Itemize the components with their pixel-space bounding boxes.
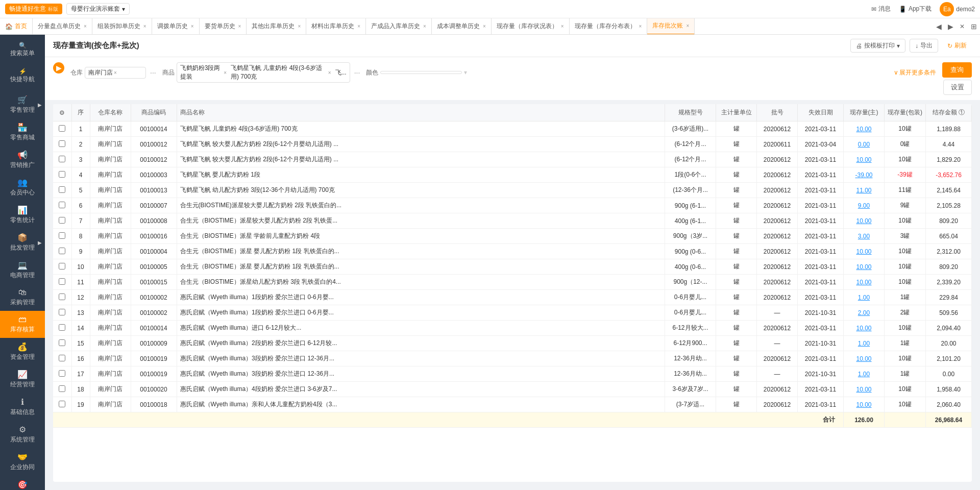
close-icon[interactable]: ×: [639, 23, 642, 29]
row-check[interactable]: [53, 137, 71, 152]
row-check[interactable]: [53, 183, 71, 198]
row-check[interactable]: [53, 336, 71, 351]
row-checkbox[interactable]: [59, 355, 65, 361]
sidebar-item-jingying[interactable]: 📈 经营管理: [0, 365, 45, 393]
close-icon[interactable]: ×: [686, 23, 689, 29]
row-check[interactable]: [53, 290, 71, 305]
row-checkbox[interactable]: [59, 339, 65, 346]
setting-btn[interactable]: 设置: [943, 80, 972, 95]
sidebar-item-lingshoglianli[interactable]: 🛒 零售管理 ▶: [0, 91, 45, 118]
row-checkbox[interactable]: [59, 309, 65, 315]
org-selector[interactable]: 母婴行业演示账套 ▾: [66, 3, 130, 15]
row-qty-main[interactable]: -39.00: [844, 167, 885, 183]
tab-home[interactable]: 🏠 首页: [0, 18, 33, 35]
row-checkbox[interactable]: [59, 232, 65, 239]
app-download-btn[interactable]: 📱 App下载: [899, 5, 932, 13]
settings-icon[interactable]: ⚙: [59, 109, 65, 116]
tab-fenliangpandian[interactable]: 分量盘点单历史 ×: [33, 18, 92, 35]
row-qty-main[interactable]: 3.00: [844, 229, 885, 244]
row-checkbox[interactable]: [59, 293, 65, 300]
tab-menu-btn[interactable]: ⊞: [968, 22, 980, 31]
sidebar-search[interactable]: 🔍 搜索菜单: [10, 39, 35, 61]
row-qty-main[interactable]: 11.00: [844, 183, 885, 198]
tab-zuzhuangchaixie[interactable]: 组装拆卸单历史 ×: [92, 18, 152, 35]
row-check[interactable]: [53, 321, 71, 336]
row-check[interactable]: [53, 259, 71, 275]
sidebar-item-yingxiao[interactable]: 📢 营销推广: [0, 146, 45, 174]
color-tag-group[interactable]: [380, 71, 462, 74]
sidebar-item-huiyuanzhongxin[interactable]: 👥 会员中心: [0, 174, 45, 201]
row-qty-main[interactable]: 10.00: [844, 259, 885, 275]
row-checkbox[interactable]: [59, 248, 65, 254]
expand-btn[interactable]: ▶: [53, 62, 64, 74]
row-checkbox[interactable]: [59, 171, 65, 178]
row-checkbox[interactable]: [59, 324, 65, 331]
sidebar-item-caigou[interactable]: 🛍 采购管理: [0, 284, 45, 311]
tab-yaohuo[interactable]: 要货单历史 ×: [200, 18, 247, 35]
sidebar-quicknav[interactable]: ⚡ 快捷导航: [10, 65, 35, 87]
row-checkbox[interactable]: [59, 401, 65, 407]
goods-more-btn[interactable]: ···: [352, 68, 362, 77]
tab-prev-btn[interactable]: ◀: [933, 22, 945, 31]
sidebar-item-kucunhesuan[interactable]: 🗃 库存核算: [0, 311, 45, 338]
row-check[interactable]: [53, 382, 71, 397]
close-icon[interactable]: ×: [423, 23, 426, 29]
row-check[interactable]: [53, 397, 71, 412]
row-qty-main[interactable]: 9.00: [844, 198, 885, 213]
sidebar-item-qiyexietong[interactable]: 🤝 企业协同: [0, 448, 45, 476]
warehouse-tag-close[interactable]: ×: [114, 70, 117, 76]
template-print-btn[interactable]: 🖨 按模板打印 ▾: [850, 39, 905, 53]
row-qty-main[interactable]: 10.00: [844, 213, 885, 229]
sidebar-item-lingshoshangcheng[interactable]: 🏪 零售商城: [0, 118, 45, 146]
close-icon[interactable]: ×: [298, 23, 301, 29]
warehouse-tag-group[interactable]: 南岸门店 ×: [85, 67, 146, 79]
row-check[interactable]: [53, 229, 71, 244]
row-check[interactable]: [53, 213, 71, 229]
tab-xiancunliang-fenbiao[interactable]: 现存量（库存分布表） ×: [570, 18, 648, 35]
row-qty-main[interactable]: 1.00: [844, 336, 885, 351]
row-checkbox[interactable]: [59, 370, 65, 377]
tab-close-all-btn[interactable]: ✕: [957, 23, 968, 30]
row-qty-main[interactable]: 10.00: [844, 351, 885, 366]
refresh-btn[interactable]: ↻ 刷新: [942, 39, 972, 52]
row-check[interactable]: [53, 351, 71, 366]
sidebar-item-lingshototongji[interactable]: 📊 零售统计: [0, 201, 45, 229]
sidebar-item-zijinguanli[interactable]: 💰 资金管理: [0, 338, 45, 365]
row-qty-main[interactable]: 10.00: [844, 121, 885, 137]
row-check[interactable]: [53, 198, 71, 213]
goods-tag-group[interactable]: 飞鹤奶粉3段两提装 × 飞鹤星飞帆 儿童奶粉 4段(3-6岁适用) 700克 ×…: [177, 62, 350, 83]
goods-tag-2-close[interactable]: ×: [328, 70, 331, 76]
row-checkbox[interactable]: [59, 202, 65, 208]
export-btn[interactable]: ↓ 导出: [910, 39, 938, 53]
row-check[interactable]: [53, 121, 71, 137]
tab-kucunpicizhan[interactable]: 库存批次账 ×: [647, 18, 695, 35]
tab-cailiaochu[interactable]: 材料出库单历史 ×: [306, 18, 366, 35]
row-qty-main[interactable]: 10.00: [844, 382, 885, 397]
expand-more-btn[interactable]: ∨ 展开更多条件: [894, 68, 936, 77]
row-checkbox[interactable]: [59, 140, 65, 147]
row-check[interactable]: [53, 275, 71, 290]
close-icon[interactable]: ×: [483, 23, 486, 29]
row-check[interactable]: [53, 167, 71, 183]
query-btn[interactable]: 查询: [942, 62, 972, 78]
close-icon[interactable]: ×: [143, 23, 146, 29]
close-icon[interactable]: ×: [84, 23, 87, 29]
row-qty-main[interactable]: 0.00: [844, 137, 885, 152]
sidebar-item-jichuinfo[interactable]: ℹ 基础信息: [0, 393, 45, 421]
row-qty-main[interactable]: 10.00: [844, 244, 885, 259]
goods-tag-1-close[interactable]: ×: [224, 70, 227, 76]
close-icon[interactable]: ×: [191, 23, 194, 29]
row-checkbox[interactable]: [59, 125, 65, 132]
row-checkbox[interactable]: [59, 217, 65, 224]
user-area[interactable]: Ea demo2: [940, 2, 975, 16]
close-icon[interactable]: ×: [238, 23, 241, 29]
row-qty-main[interactable]: 10.00: [844, 321, 885, 336]
close-icon[interactable]: ×: [357, 23, 360, 29]
sidebar-item-xitong[interactable]: ⚙ 系统管理: [0, 421, 45, 448]
row-checkbox[interactable]: [59, 385, 65, 392]
row-checkbox[interactable]: [59, 278, 65, 285]
tab-chengbentiaozhen[interactable]: 成本调整单历史 ×: [432, 18, 492, 35]
warehouse-more-btn[interactable]: ···: [148, 68, 158, 77]
sidebar-item-xinshouyindao[interactable]: 🎯 新手引导: [0, 476, 45, 490]
sidebar-item-pifaguanli[interactable]: 📦 批发管理 ▶: [0, 229, 45, 256]
